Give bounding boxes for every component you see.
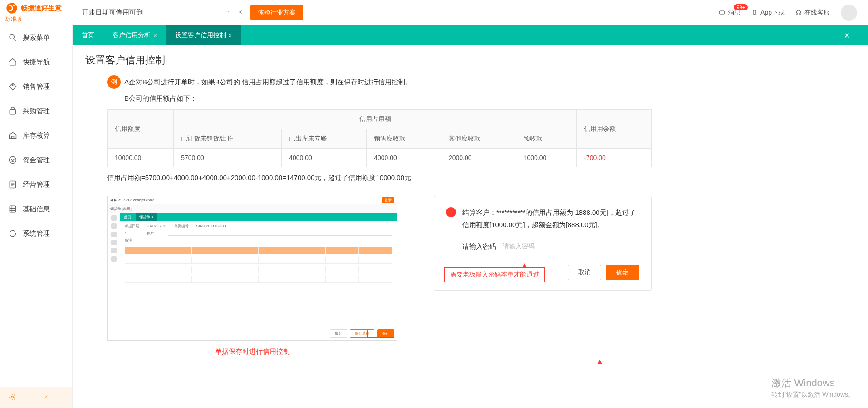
th-occupy-group: 信用占用额 <box>174 110 577 129</box>
nav-stock[interactable]: 库存核算 <box>0 123 72 148</box>
page-title: 设置客户信用控制 <box>85 53 855 67</box>
nav-search[interactable]: 搜索菜单 <box>0 25 72 50</box>
th-sales-recv: 销售应收款 <box>367 129 441 149</box>
home-icon <box>8 58 17 67</box>
example-badge: 例 <box>107 75 121 89</box>
bag-icon <box>8 107 17 116</box>
tab-credit-control[interactable]: 设置客户信用控制 × <box>166 25 241 45</box>
nav-collapse[interactable] <box>44 394 50 402</box>
tabs-bar: 首页 客户信用分析 × 设置客户信用控制 × ✕ ⛶ <box>73 25 868 45</box>
tab-home[interactable]: 首页 <box>73 25 103 45</box>
left-nav: 搜索菜单 快捷导航 销售管理 采购管理 库存核算 资金管理 经营管理 基础信息 <box>0 25 73 408</box>
nav-settings[interactable] <box>8 393 16 403</box>
th-other-recv: 其他应收款 <box>441 129 516 149</box>
nav-system[interactable]: 系统管理 <box>0 221 72 246</box>
nav-label: 搜索菜单 <box>23 34 50 42</box>
mini-form: 单据日期2020-11-13 单据编号SA-20201113-003 *客户 备… <box>120 221 397 286</box>
mini-login-btn: 登录 <box>382 197 394 203</box>
mini-subheader: 销货单 [未审] ⋯ <box>108 204 397 213</box>
svg-point-2 <box>240 11 241 12</box>
svg-point-15 <box>12 236 13 237</box>
mini-tab-doc: 销货单 × <box>136 213 157 221</box>
messages-link[interactable]: 消息 99+ <box>719 9 740 17</box>
dialog-cancel-button[interactable]: 取消 <box>568 265 601 280</box>
settings-gear[interactable] <box>237 9 243 16</box>
close-icon[interactable]: × <box>153 32 157 39</box>
cell-credit-limit: 10000.00 <box>108 149 174 167</box>
close-icon[interactable]: × <box>229 32 232 39</box>
warning-icon: ! <box>446 207 456 217</box>
messages-badge: 99+ <box>734 4 748 10</box>
connector-line <box>600 364 600 408</box>
nav-base[interactable]: 基础信息 <box>0 197 72 221</box>
cell-prepay: 1000.00 <box>516 149 577 167</box>
nav-footer <box>0 387 72 408</box>
th-ordered: 已订货未销货/出库 <box>174 129 282 149</box>
app-download-link[interactable]: App下载 <box>751 9 785 17</box>
experience-button[interactable]: 体验行业方案 <box>250 5 303 20</box>
svg-rect-7 <box>800 13 801 14</box>
report-icon <box>8 180 17 189</box>
cell-balance: -700.00 <box>577 149 652 167</box>
mini-url: cloud.chanjet.com/... <box>123 198 157 202</box>
main-area: 首页 客户信用分析 × 设置客户信用控制 × ✕ ⛶ 设置客户信用控制 例 A企… <box>73 25 868 408</box>
dialog-wrap: ! 结算客户：***********的信用占用额为[1888.00元]，超过了信… <box>434 196 652 291</box>
svg-rect-13 <box>10 206 15 212</box>
svg-rect-6 <box>796 13 797 14</box>
tab-credit-analysis[interactable]: 客户信用分析 × <box>103 25 166 45</box>
th-credit-limit: 信用额度 <box>108 110 174 149</box>
dialog-pw-input[interactable]: 请输入密码 <box>502 241 584 253</box>
app-download-label: App下载 <box>760 9 785 17</box>
nav-label: 快捷导航 <box>23 58 50 67</box>
th-out-unbilled: 已出库未立账 <box>282 129 367 149</box>
red-caption: 单据保存时进行信用控制 <box>107 347 397 356</box>
support-label: 在线客服 <box>804 9 830 17</box>
dialog-ok-button[interactable]: 确定 <box>606 265 639 280</box>
brand-icon <box>5 2 18 15</box>
nav-fund[interactable]: 资金管理 <box>0 148 72 172</box>
warehouse-icon <box>8 131 17 140</box>
credit-dialog: ! 结算客户：***********的信用占用额为[1888.00元]，超过了信… <box>434 196 652 291</box>
header-right: 消息 99+ App下载 在线客服 <box>719 5 868 21</box>
mini-tabs: 首页 销货单 × <box>120 213 397 221</box>
svg-point-9 <box>12 85 13 86</box>
cell-out-unbilled: 4000.00 <box>282 149 367 167</box>
fullscreen-icon[interactable]: ⛶ <box>855 31 863 39</box>
example-row: 例 A企对B公司进行开单时，如果B公司的 信用占用额超过了信用额度，则在保存时进… <box>107 75 746 89</box>
dialog-pw-label: 请输入密码 <box>462 243 496 251</box>
connector-line <box>443 389 443 408</box>
cell-sales-recv: 4000.00 <box>367 149 441 167</box>
nav-label: 库存核算 <box>23 131 50 140</box>
gear-icon <box>8 393 16 401</box>
th-prepay: 预收款 <box>516 129 577 149</box>
support-link[interactable]: 在线客服 <box>795 9 830 17</box>
nav-label: 销售管理 <box>23 83 50 91</box>
avatar[interactable] <box>841 5 857 21</box>
cell-ordered: 5700.00 <box>174 149 282 167</box>
cell-other-recv: 2000.00 <box>441 149 516 167</box>
mini-doc-title: 销货单 [未审] <box>110 206 132 211</box>
account-dropdown-label: 开账日期可停用可删 <box>82 8 143 17</box>
svg-rect-10 <box>10 110 15 114</box>
mini-save-btn: 保存 <box>377 329 394 338</box>
nav-label: 采购管理 <box>23 107 50 116</box>
mini-addressbar: ◀ ▶ ⟳ cloud.chanjet.com/... 登录 <box>108 196 397 204</box>
account-dropdown[interactable]: 开账日期可停用可删 ﹀ <box>82 8 230 17</box>
mobile-icon <box>751 10 758 16</box>
header-center: 开账日期可停用可删 ﹀ 体验行业方案 <box>73 5 303 20</box>
brand-name: 畅捷通好生意 <box>21 4 62 13</box>
nav-purchase[interactable]: 采购管理 <box>0 99 72 123</box>
money-icon <box>8 155 17 165</box>
nav-label: 经营管理 <box>23 180 50 189</box>
nav-quick[interactable]: 快捷导航 <box>0 50 72 74</box>
nav-sales[interactable]: 销售管理 <box>0 74 72 99</box>
nav-biz[interactable]: 经营管理 <box>0 172 72 197</box>
svg-rect-3 <box>720 10 725 14</box>
brand-edition: 标准版 <box>5 15 67 23</box>
brand-logo[interactable]: 畅捷通好生意 <box>5 2 67 15</box>
chat-icon <box>719 10 725 16</box>
gear-icon <box>237 9 243 15</box>
svg-point-5 <box>755 14 755 15</box>
close-all-icon[interactable]: ✕ <box>844 31 850 40</box>
dialog-red-note: 需要老板输入密码本单才能通过 <box>444 267 545 282</box>
